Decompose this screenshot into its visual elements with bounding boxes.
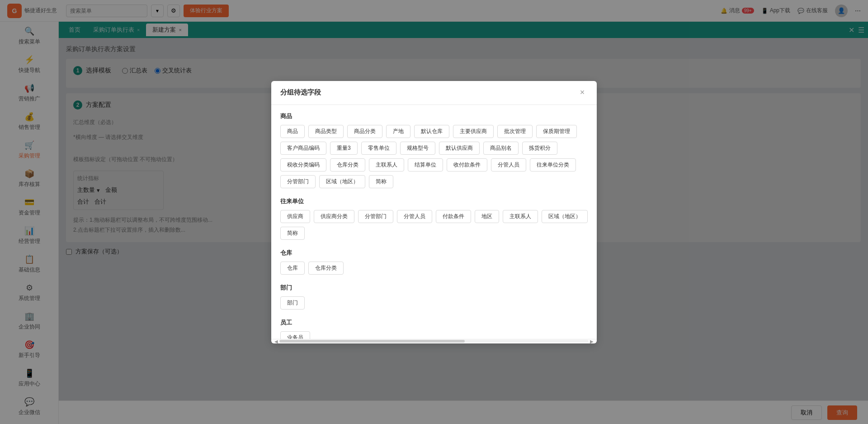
tag-region-area[interactable]: 区域（地区） [542,210,588,223]
tag-partner-supervisor[interactable]: 分管人员 [397,210,432,223]
tag-short-name-goods[interactable]: 简称 [369,175,393,188]
tag-tax-code[interactable]: 税收分类编码 [280,158,326,172]
tag-spec-model[interactable]: 规格型号 [400,142,435,155]
tag-warehouse[interactable]: 仓库 [280,262,305,275]
tag-region-partner[interactable]: 地区 [475,210,499,223]
modal-close-button[interactable]: × [577,87,588,98]
tag-partner-category[interactable]: 往来单位分类 [530,158,576,172]
tag-supervisor[interactable]: 分管人员 [491,158,526,172]
tag-retail-unit[interactable]: 零售单位 [361,142,396,155]
modal-hscroll[interactable]: ◀ ▶ [271,339,597,343]
tag-warehouse-category[interactable]: 仓库分类 [330,158,365,172]
tag-main-contact-partner[interactable]: 主联系人 [503,210,538,223]
tag-warehouse-cat[interactable]: 仓库分类 [308,262,344,275]
tag-dept-managed[interactable]: 分管部门 [280,175,316,188]
tag-origin[interactable]: 产地 [386,125,410,138]
hscroll-track [279,340,589,343]
tag-region-goods[interactable]: 区域（地区） [319,175,365,188]
section-partner-title: 往来单位 [280,197,588,205]
section-warehouse-tags: 仓库 仓库分类 [280,262,588,275]
tag-payment-condition[interactable]: 付款条件 [436,210,471,223]
section-partner: 往来单位 供应商 供应商分类 分管部门 分管人员 付款条件 地区 主联系人 区域… [280,197,588,240]
modal-body[interactable]: 商品 商品 商品类型 商品分类 产地 默认仓库 主要供应商 批次管理 保质期管理… [271,105,597,339]
hscroll-thumb [279,340,465,343]
modal-header: 分组待选字段 × [271,81,597,105]
tag-customer-code[interactable]: 客户商品编码 [280,142,326,155]
tag-goods-type[interactable]: 商品类型 [308,125,344,138]
tag-dept[interactable]: 部门 [280,296,305,310]
tag-goods-category[interactable]: 商品分类 [347,125,382,138]
tag-goods[interactable]: 商品 [280,125,305,138]
tag-supplier[interactable]: 供应商 [280,210,310,223]
section-warehouse: 仓库 仓库 仓库分类 [280,249,588,275]
tag-default-warehouse[interactable]: 默认仓库 [414,125,449,138]
hscroll-right-arrow[interactable]: ▶ [589,339,595,344]
section-goods-title: 商品 [280,112,588,120]
tag-supplier-category[interactable]: 供应商分类 [314,210,354,223]
section-dept-tags: 部门 [280,296,588,310]
tag-main-contact[interactable]: 主联系人 [369,158,404,172]
tag-settlement-unit[interactable]: 结算单位 [408,158,443,172]
tag-payment-terms[interactable]: 收付款条件 [447,158,487,172]
section-dept-title: 部门 [280,284,588,292]
section-goods-tags: 商品 商品类型 商品分类 产地 默认仓库 主要供应商 批次管理 保质期管理 客户… [280,125,588,188]
hscroll-left-arrow[interactable]: ◀ [273,339,279,344]
modal-overlay: 分组待选字段 × 商品 商品 商品类型 商品分类 产地 默认仓库 主要供应商 批… [0,0,868,424]
section-employee-title: 员工 [280,319,588,327]
tag-weight3[interactable]: 重量3 [330,142,358,155]
tag-short-name-partner[interactable]: 简称 [280,227,305,240]
tag-batch-mgmt[interactable]: 批次管理 [497,125,533,138]
section-goods: 商品 商品 商品类型 商品分类 产地 默认仓库 主要供应商 批次管理 保质期管理… [280,112,588,188]
section-employee-tags: 业务员 [280,331,588,339]
tag-default-supplier[interactable]: 默认供应商 [439,142,480,155]
tag-goods-alias[interactable]: 商品别名 [483,142,519,155]
section-dept: 部门 部门 [280,284,588,310]
tag-pick-points[interactable]: 拣货积分 [522,142,557,155]
tag-partner-dept[interactable]: 分管部门 [358,210,393,223]
section-warehouse-title: 仓库 [280,249,588,257]
field-select-modal: 分组待选字段 × 商品 商品 商品类型 商品分类 产地 默认仓库 主要供应商 批… [271,81,597,343]
tag-main-supplier[interactable]: 主要供应商 [453,125,494,138]
section-employee: 员工 业务员 [280,319,588,339]
modal-title: 分组待选字段 [280,88,321,97]
tag-salesperson[interactable]: 业务员 [280,331,310,339]
section-partner-tags: 供应商 供应商分类 分管部门 分管人员 付款条件 地区 主联系人 区域（地区） … [280,210,588,240]
tag-expiry-mgmt[interactable]: 保质期管理 [536,125,577,138]
